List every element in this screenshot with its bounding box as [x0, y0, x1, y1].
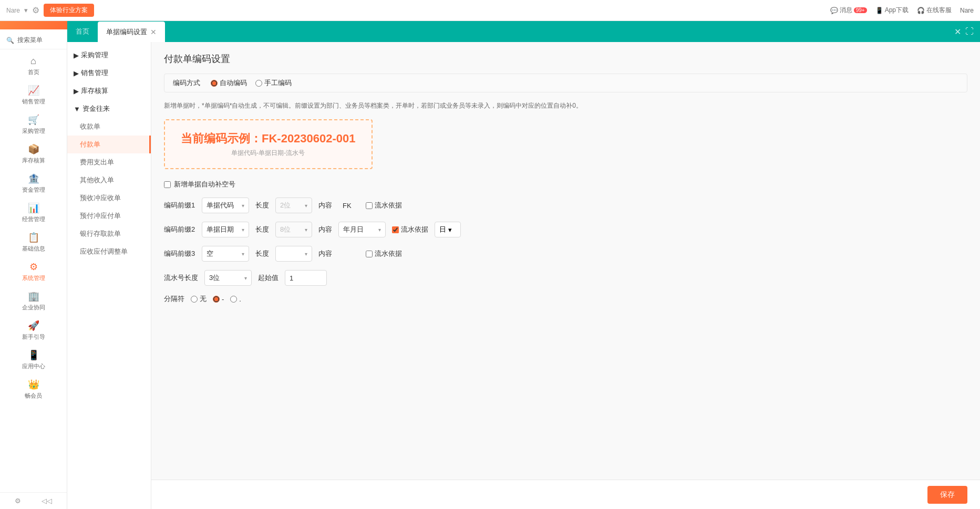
- prefix3-select[interactable]: 空 ▾: [202, 246, 249, 262]
- sidebar-item-payment[interactable]: 付款单: [67, 136, 151, 153]
- day-select[interactable]: 日 ▾: [435, 222, 461, 237]
- sidebar-item-enterprise[interactable]: 🏢 企业协同: [0, 286, 67, 316]
- flow1-checkbox[interactable]: [366, 202, 373, 209]
- sidebar-item-other-income[interactable]: 其他收入单: [67, 171, 151, 189]
- sidebar-item-operations[interactable]: 📊 经营管理: [0, 198, 67, 227]
- sidebar-item-bank-deposit[interactable]: 银行存取款单: [67, 225, 151, 243]
- save-button[interactable]: 保存: [927, 486, 967, 504]
- online-service[interactable]: 🎧 在线客服: [917, 6, 952, 15]
- flow3-checkbox[interactable]: [366, 251, 373, 257]
- collapse-icon[interactable]: ◁◁: [42, 497, 52, 505]
- search-menu[interactable]: 🔍 搜索菜单: [0, 32, 67, 49]
- content2-select[interactable]: 年月日 ▾: [338, 222, 386, 237]
- sidebar-item-member[interactable]: 👑 畅会员: [0, 375, 67, 404]
- member-icon: 👑: [28, 379, 39, 390]
- length2-select: 8位 ▾: [275, 222, 312, 237]
- prefix2-select[interactable]: 单据日期 ▾: [202, 222, 249, 237]
- purchase-icon: 🛒: [28, 114, 39, 126]
- sidebar-item-home[interactable]: ⌂ 首页: [0, 51, 67, 80]
- username[interactable]: Nare: [960, 7, 974, 14]
- trial-button[interactable]: 体验行业方案: [44, 4, 94, 17]
- content1-label: 内容: [318, 201, 332, 210]
- flow2-checkbox-group: 流水依据: [392, 225, 428, 234]
- encode-method-row: 编码方式 自动编码 手工编码: [164, 74, 967, 92]
- app-icon: 📱: [875, 7, 883, 14]
- maximize-icon[interactable]: ⛶: [965, 27, 974, 36]
- tab-settings[interactable]: 单据编码设置 ✕: [98, 22, 165, 43]
- sidebar-item-prepay-receive[interactable]: 预收冲应收单: [67, 189, 151, 207]
- main-wrapper: 首页 单据编码设置 ✕ ✕ ⛶ ▶ 采购管理 ▶ 销售管理 ▶ 库存核算: [67, 21, 980, 509]
- sidebar-group-sales[interactable]: ▶ 销售管理: [67, 64, 151, 82]
- message-area[interactable]: 💬 消息 99+: [830, 6, 867, 15]
- sidebar-item-prepay-pay[interactable]: 预付冲应付单: [67, 207, 151, 225]
- home-icon: ⌂: [30, 56, 36, 67]
- apps-icon: 📱: [28, 349, 39, 361]
- basic-icon: 📋: [28, 232, 39, 243]
- prefix1-select[interactable]: 单据代码 ▾: [202, 198, 249, 213]
- sidebar-item-ap-adjust[interactable]: 应收应付调整单: [67, 243, 151, 261]
- system-icon: ⚙: [29, 261, 38, 273]
- prefix2-label: 编码前缀2: [164, 225, 195, 234]
- sep-label: 分隔符: [164, 294, 184, 304]
- top-bar-breadcrumb: Nare: [6, 7, 20, 14]
- separator-row: 分隔符 无 - .: [164, 294, 967, 304]
- serial-select[interactable]: 3位 ▾: [204, 270, 252, 286]
- settings-bottom-icon[interactable]: ⚙: [15, 497, 21, 505]
- enterprise-icon: 🏢: [28, 290, 39, 302]
- serial-label: 流水号长度: [164, 273, 198, 283]
- message-badge: 99+: [854, 7, 867, 13]
- sidebar-item-expense[interactable]: 费用支出单: [67, 153, 151, 171]
- tab-actions: ✕ ⛶: [954, 27, 980, 37]
- sidebar-item-apps[interactable]: 📱 应用中心: [0, 345, 67, 375]
- radio-auto[interactable]: 自动编码: [211, 78, 247, 88]
- main-content: 付款单编码设置 编码方式 自动编码 手工编码: [151, 42, 980, 480]
- sidebar-group-capital[interactable]: ▼ 资金往来: [67, 100, 151, 118]
- prefix1-label: 编码前缀1: [164, 201, 195, 210]
- sidebar-item-purchase[interactable]: 🛒 采购管理: [0, 110, 67, 139]
- sidebar-item-receipt[interactable]: 收款单: [67, 118, 151, 136]
- content3-label: 内容: [318, 249, 332, 258]
- auto-fill-checkbox[interactable]: [164, 181, 171, 188]
- serial-row: 流水号长度 3位 ▾ 起始值: [164, 270, 967, 286]
- prefix-row-1: 编码前缀1 单据代码 ▾ 长度 2位 ▾ 内容 FK 流水依据: [164, 198, 967, 213]
- sep-dot[interactable]: .: [230, 295, 241, 303]
- auto-fill-label: 新增单据自动补空号: [174, 180, 235, 189]
- page-title: 付款单编码设置: [164, 53, 967, 65]
- flow2-checkbox[interactable]: [392, 226, 399, 233]
- start-input[interactable]: [285, 270, 327, 286]
- sidebar-item-system[interactable]: ⚙ 系统管理: [0, 257, 67, 286]
- sidebar-item-inventory[interactable]: 📦 库存核算: [0, 139, 67, 169]
- sidebar-item-basic[interactable]: 📋 基础信息: [0, 227, 67, 257]
- radio-manual[interactable]: 手工编码: [255, 78, 292, 88]
- sidebar-item-guide[interactable]: 🚀 新手引导: [0, 316, 67, 345]
- sep-dash[interactable]: -: [213, 295, 224, 303]
- sidebar-group-inventory[interactable]: ▶ 库存核算: [67, 82, 151, 100]
- top-bar-left: Nare ▾ ⚙ 体验行业方案: [6, 4, 94, 17]
- minimize-icon[interactable]: ✕: [954, 27, 961, 37]
- serial-chevron: ▾: [244, 275, 247, 281]
- dropdown-icon[interactable]: ▾: [24, 6, 28, 14]
- sales-icon: 📈: [28, 85, 39, 96]
- sidebar-group-purchase[interactable]: ▶ 采购管理: [67, 46, 151, 64]
- finance-icon: 🏦: [28, 173, 39, 184]
- length3-label: 长度: [255, 249, 269, 258]
- sep-none[interactable]: 无: [191, 294, 207, 304]
- tab-close-icon[interactable]: ✕: [150, 28, 157, 36]
- app-download[interactable]: 📱 App下载: [875, 6, 909, 15]
- top-bar: Nare ▾ ⚙ 体验行业方案 💬 消息 99+ 📱 App下载 🎧 在线客服 …: [0, 0, 980, 21]
- prefix3-label: 编码前缀3: [164, 249, 195, 258]
- prefix2-chevron: ▾: [242, 227, 244, 233]
- chevron-right-icon3: ▶: [74, 87, 79, 95]
- tab-home[interactable]: 首页: [67, 21, 98, 42]
- message-icon: 💬: [830, 7, 838, 14]
- prefix3-chevron: ▾: [242, 251, 244, 257]
- preview-box: 当前编码示例：FK-20230602-001 单据代码-单据日期-流水号: [164, 119, 373, 169]
- length3-select[interactable]: ▾: [275, 246, 312, 262]
- sidebar-item-sales[interactable]: 📈 销售管理: [0, 80, 67, 110]
- flow1-checkbox-group: 流水依据: [366, 201, 402, 210]
- tab-bar: 首页 单据编码设置 ✕ ✕ ⛶: [67, 21, 980, 42]
- inventory-icon: 📦: [28, 143, 39, 155]
- settings-icon[interactable]: ⚙: [32, 5, 39, 15]
- sidebar-item-finance[interactable]: 🏦 资金管理: [0, 169, 67, 198]
- length1-label: 长度: [255, 201, 269, 210]
